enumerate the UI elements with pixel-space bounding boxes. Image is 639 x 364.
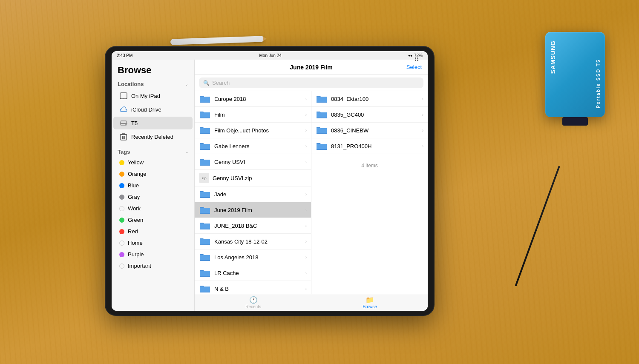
folder-icon — [316, 94, 328, 103]
sidebar-item-on-my-ipad[interactable]: On My iPad — [113, 89, 193, 102]
folder-icon — [316, 141, 328, 151]
file-chevron: › — [305, 128, 307, 133]
panel-header: June 2019 Film Select — [195, 60, 428, 75]
file-chevron: › — [422, 112, 423, 117]
search-icon: 🔍 — [203, 80, 210, 86]
main-area: Browse Locations ⌄ On My iPad — [112, 60, 428, 311]
file-name: June 2019 Film — [214, 207, 302, 213]
file-chevron: › — [305, 271, 307, 275]
ipad-device: 2:43 PM Mon Jun 24 ▾▾ 72% Browse Locatio — [106, 47, 434, 315]
folder-tab-icon: 📁 — [366, 296, 374, 304]
file-name: 0836_CINEBW — [331, 127, 419, 134]
file-jade[interactable]: Jade › — [195, 186, 311, 202]
sidebar-item-yellow[interactable]: Yellow — [113, 157, 193, 168]
file-film-object-photos[interactable]: Film Obje...uct Photos › — [195, 123, 311, 138]
blue-label: Blue — [128, 182, 139, 189]
sidebar-item-work[interactable]: Work — [113, 203, 193, 214]
file-lr-cache[interactable]: LR Cache › — [195, 265, 311, 281]
file-europe-2018[interactable]: Europe 2018 › — [195, 91, 311, 107]
folder-icon — [316, 126, 328, 135]
ssd-model: Portable SSD T5 — [596, 59, 601, 109]
file-n-b[interactable]: N & B › — [195, 281, 311, 294]
file-name: JUNE_2018 B&C — [214, 223, 302, 229]
gray-label: Gray — [128, 194, 140, 200]
folder-icon — [316, 110, 328, 119]
sidebar-title: Browse — [112, 60, 194, 79]
sidebar-item-red[interactable]: Red — [113, 226, 193, 237]
file-chevron: › — [305, 255, 307, 260]
orange-dot — [119, 172, 124, 177]
icloud-drive-label: iCloud Drive — [131, 106, 161, 113]
locations-section-header[interactable]: Locations ⌄ — [112, 79, 194, 89]
locations-label: Locations — [118, 81, 144, 87]
file-name: 8131_PRO400H — [331, 143, 419, 149]
browse-tab[interactable]: 📁 Browse — [354, 294, 385, 311]
file-chevron: › — [305, 192, 307, 197]
status-time: 2:43 PM — [117, 53, 132, 58]
bottom-bar: 🕐 Recents 📁 Browse — [195, 294, 428, 311]
file-genny-usvi-zip[interactable]: zip Genny USVI.zip — [195, 170, 311, 186]
locations-chevron: ⌄ — [185, 82, 188, 86]
file-pro400h[interactable]: 8131_PRO400H › — [311, 138, 428, 154]
yellow-dot — [119, 160, 124, 165]
file-ektar100[interactable]: 0834_Ektar100 › — [311, 91, 428, 107]
folder-icon — [199, 205, 211, 215]
sidebar-item-important[interactable]: Important — [113, 261, 193, 271]
search-input[interactable]: 🔍 Search — [199, 77, 423, 88]
sidebar-item-recently-deleted[interactable]: Recently Deleted — [113, 130, 193, 143]
samsung-ssd: SAMSUNG Portable SSD T5 — [537, 32, 613, 143]
file-film[interactable]: Film › — [195, 107, 311, 123]
file-june-2019-film[interactable]: June 2019 Film › — [195, 202, 311, 218]
left-file-column: Europe 2018 › Film › Film Obje...uct Pho… — [195, 91, 311, 294]
select-button[interactable]: Select — [406, 64, 422, 70]
sidebar-item-blue[interactable]: Blue — [113, 180, 193, 191]
file-list: Europe 2018 › Film › Film Obje...uct Pho… — [195, 91, 428, 294]
folder-icon — [199, 252, 211, 262]
browse-label: Browse — [363, 304, 377, 309]
file-gc400[interactable]: 0835_GC400 › — [311, 107, 428, 123]
sidebar-item-green[interactable]: Green — [113, 215, 193, 225]
folder-icon — [199, 126, 211, 135]
file-name: Europe 2018 — [214, 96, 302, 102]
file-chevron: › — [305, 208, 307, 212]
folder-icon — [199, 189, 211, 199]
recents-tab[interactable]: 🕐 Recents — [237, 294, 270, 311]
clock-icon: 🕐 — [249, 296, 258, 304]
file-gabe-lenners[interactable]: Gabe Lenners › — [195, 138, 311, 154]
file-name: LR Cache — [214, 270, 302, 276]
drive-icon — [119, 119, 128, 127]
work-dot — [119, 206, 124, 211]
green-dot — [119, 218, 124, 223]
sidebar-item-t5[interactable]: T5 — [113, 117, 193, 129]
status-day: Mon Jun 24 — [259, 53, 281, 58]
trash-icon — [119, 132, 128, 141]
sidebar-item-purple[interactable]: Purple — [113, 249, 193, 260]
file-los-angeles-2018[interactable]: Los Angeles 2018 › — [195, 249, 311, 265]
ssd-port — [562, 117, 588, 126]
sidebar-item-gray[interactable]: Gray — [113, 192, 193, 202]
zip-icon: zip — [199, 173, 209, 183]
work-label: Work — [128, 205, 141, 212]
important-dot — [119, 264, 124, 269]
orange-label: Orange — [128, 171, 146, 177]
file-chevron: › — [422, 128, 423, 133]
file-june-2018-bc[interactable]: JUNE_2018 B&C › — [195, 218, 311, 234]
sidebar-item-orange[interactable]: Orange — [113, 169, 193, 179]
svg-point-1 — [123, 98, 124, 99]
purple-dot — [119, 252, 124, 257]
home-dot — [119, 241, 124, 246]
file-chevron: › — [422, 97, 423, 101]
file-name: Jade — [214, 191, 302, 198]
tags-section-header[interactable]: Tags ⌄ — [112, 147, 194, 157]
file-genny-usvi[interactable]: Genny USVI › — [195, 154, 311, 170]
file-cinebw[interactable]: 0836_CINEBW › — [311, 123, 428, 138]
right-panel: June 2019 Film Select 🔍 Search — [195, 60, 428, 311]
home-label: Home — [128, 240, 143, 246]
file-chevron: › — [305, 224, 307, 228]
item-count: 4 items — [311, 154, 428, 172]
file-kansas-city[interactable]: Kansas City 18-12-02 › — [195, 234, 311, 249]
sidebar-item-icloud-drive[interactable]: iCloud Drive — [113, 103, 193, 116]
sidebar-item-home[interactable]: Home — [113, 238, 193, 248]
folder-icon — [199, 237, 211, 246]
folder-icon — [199, 284, 211, 293]
